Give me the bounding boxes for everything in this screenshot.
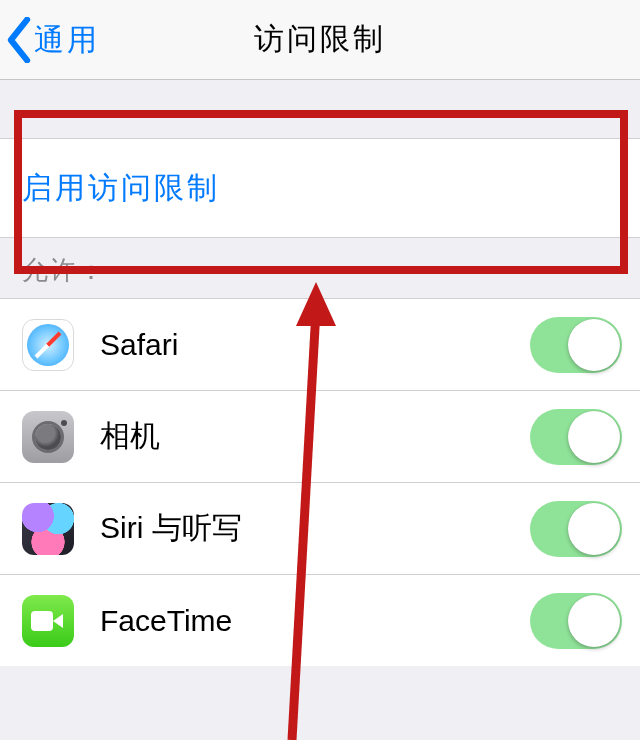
app-row-siri: Siri 与听写 [0,482,640,574]
app-label: Safari [100,328,530,362]
app-row-safari: Safari [0,298,640,390]
app-label: FaceTime [100,604,530,638]
app-row-facetime: FaceTime [0,574,640,666]
enable-restrictions-label: 启用访问限制 [22,168,220,209]
siri-icon [22,503,74,555]
enable-restrictions-cell[interactable]: 启用访问限制 [0,138,640,238]
camera-icon [22,411,74,463]
back-button[interactable]: 通用 [6,0,100,80]
facetime-icon [22,595,74,647]
back-label: 通用 [34,20,100,61]
chevron-left-icon [6,17,32,63]
nav-bar: 通用 访问限制 [0,0,640,80]
siri-toggle[interactable] [530,501,622,557]
camera-toggle[interactable] [530,409,622,465]
page-title: 访问限制 [254,19,386,60]
app-label: 相机 [100,416,530,457]
safari-toggle[interactable] [530,317,622,373]
facetime-toggle[interactable] [530,593,622,649]
safari-icon [22,319,74,371]
app-row-camera: 相机 [0,390,640,482]
allow-section-header: 允许： [0,238,640,298]
app-label: Siri 与听写 [100,508,530,549]
